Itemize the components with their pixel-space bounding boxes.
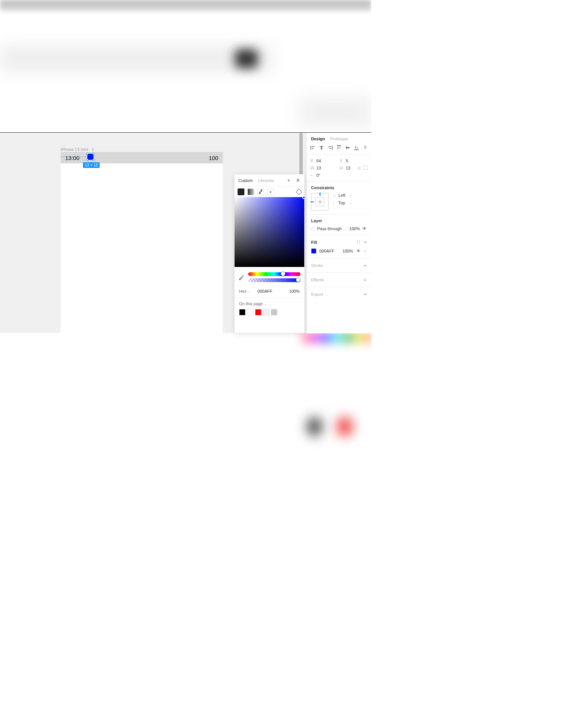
color-model-select[interactable]: Hex xyxy=(239,289,247,293)
y-input[interactable]: 5 xyxy=(346,158,368,163)
alpha-slider[interactable] xyxy=(248,278,300,282)
tab-prototype[interactable]: Prototype xyxy=(330,136,348,141)
export-title: Export xyxy=(311,292,323,297)
constraint-h-select[interactable]: ↔Left xyxy=(332,193,352,198)
h-input[interactable]: 13 xyxy=(346,166,356,170)
transform-section: X64 Y5 W13 H13⊙⛶ ⌐0° xyxy=(307,155,371,182)
fill-type-strip: ▞ ▸ xyxy=(235,187,304,197)
dimensions-badge: 13 × 13 xyxy=(83,162,100,168)
fill-opacity-input[interactable]: 100% xyxy=(343,249,353,253)
add-stroke-icon[interactable]: + xyxy=(363,262,367,268)
add-fill-icon[interactable]: + xyxy=(364,239,367,245)
picker-tab-libraries[interactable]: Libraries xyxy=(258,178,274,183)
layer-section: Layer ◌ Pass through 100% 👁 xyxy=(307,215,371,235)
status-battery: 100 xyxy=(209,155,218,161)
picker-header: Custom Libraries + ✕ xyxy=(235,174,304,187)
fill-title: Fill xyxy=(311,240,317,245)
w-input[interactable]: 13 xyxy=(316,166,338,170)
status-time: 13:00 xyxy=(65,155,80,161)
slider-row xyxy=(235,267,304,287)
swatch[interactable] xyxy=(263,309,269,315)
w-label: W xyxy=(310,166,314,170)
blend-mode-icon[interactable] xyxy=(296,188,302,195)
resize-handle-ne[interactable] xyxy=(92,153,94,155)
resize-handle-se[interactable] xyxy=(92,159,94,161)
align-bottom-icon[interactable] xyxy=(354,145,359,151)
stroke-section: Stroke+ xyxy=(307,258,371,273)
wh-mode-icon[interactable]: ⊙ xyxy=(358,166,361,170)
close-icon[interactable]: ✕ xyxy=(295,177,300,183)
inspector-panel: Design Prototype ⠿ X64 Y5 W13 H13⊙⛶ ⌐0° … xyxy=(306,133,371,333)
effects-section: Effects+ xyxy=(307,273,371,287)
pin-top[interactable] xyxy=(319,193,321,196)
on-this-page-section: On this page xyxy=(235,297,304,319)
fill-image-button[interactable]: ▞ xyxy=(257,188,264,195)
saturation-value-box[interactable] xyxy=(235,197,304,267)
more-align-icon[interactable]: ⠿ xyxy=(363,145,368,151)
chevron-down-icon[interactable]: ⌄ xyxy=(248,290,251,293)
layer-title: Layer xyxy=(311,218,367,223)
swatch-row xyxy=(239,309,300,315)
sv-thumb[interactable] xyxy=(302,196,305,199)
rotation-input[interactable]: 0° xyxy=(316,173,338,177)
fill-swatch[interactable] xyxy=(311,248,316,254)
add-style-icon[interactable]: + xyxy=(286,177,291,183)
figma-app: iPhone 13 mini · 1 13:00 100 13 × 13 Cus… xyxy=(0,132,371,333)
x-label: X xyxy=(310,158,314,163)
fill-section: Fill∷+ 000AFF 100% 👁 − xyxy=(307,235,371,258)
fill-solid-button[interactable] xyxy=(238,188,244,195)
effects-title: Effects xyxy=(311,278,324,282)
align-left-icon[interactable] xyxy=(310,145,315,151)
swatch[interactable] xyxy=(255,309,261,315)
fill-gradient-button[interactable] xyxy=(247,188,254,195)
inspector-tabs: Design Prototype xyxy=(307,133,371,144)
picker-tab-custom[interactable]: Custom xyxy=(238,178,253,183)
constraints-widget[interactable] xyxy=(311,193,329,210)
swatch[interactable] xyxy=(247,309,253,315)
x-input[interactable]: 64 xyxy=(316,158,338,163)
h-label: H xyxy=(340,166,344,170)
visibility-icon[interactable]: 👁 xyxy=(362,226,367,231)
fill-video-button[interactable]: ▸ xyxy=(267,188,274,195)
align-hcenter-icon[interactable] xyxy=(319,145,324,151)
hex-input[interactable]: 000AFF xyxy=(258,289,289,293)
frame-iphone13mini[interactable]: 13:00 100 xyxy=(61,152,223,333)
hex-row: Hex ⌄ 000AFF 100% xyxy=(235,287,304,297)
frame-label[interactable]: iPhone 13 mini · 1 xyxy=(61,147,94,152)
fill-visibility-icon[interactable]: 👁 xyxy=(356,248,361,254)
align-top-icon[interactable] xyxy=(336,145,341,151)
pin-left[interactable] xyxy=(311,201,314,202)
on-this-page-toggle[interactable]: On this page xyxy=(239,301,300,306)
eyedropper-icon[interactable] xyxy=(238,274,244,280)
align-right-icon[interactable] xyxy=(328,145,333,151)
hue-thumb[interactable] xyxy=(281,271,285,276)
alpha-thumb[interactable] xyxy=(296,278,300,282)
status-bar: 13:00 100 xyxy=(61,152,223,163)
opacity-input[interactable]: 100% xyxy=(289,289,300,293)
y-label: Y xyxy=(340,158,344,163)
constrain-ratio-icon[interactable]: ⛶ xyxy=(363,165,368,171)
selection-guide xyxy=(61,157,87,157)
color-picker-popover: Custom Libraries + ✕ ▞ ▸ Hex ⌄ xyxy=(234,174,305,333)
swatch[interactable] xyxy=(271,309,277,315)
tab-design[interactable]: Design xyxy=(311,136,325,141)
fill-hex-input[interactable]: 000AFF xyxy=(319,249,340,253)
constraint-v-select[interactable]: ↕Top xyxy=(332,201,352,205)
constraints-title: Constraints xyxy=(311,185,367,190)
resize-handle-sw[interactable] xyxy=(86,159,88,161)
stroke-title: Stroke xyxy=(311,263,323,268)
constraints-section: Constraints ↔Left ↕Top xyxy=(307,182,371,215)
swatch[interactable] xyxy=(239,309,246,315)
hue-slider[interactable] xyxy=(248,272,300,276)
remove-fill-icon[interactable]: − xyxy=(364,248,367,254)
blend-mode-select[interactable]: Pass through xyxy=(317,226,347,231)
export-section: Export+ xyxy=(307,287,371,301)
add-effect-icon[interactable]: + xyxy=(363,276,367,283)
add-export-icon[interactable]: + xyxy=(363,291,367,297)
resize-handle-nw[interactable] xyxy=(86,153,88,155)
align-row: ⠿ xyxy=(307,144,371,155)
layer-opacity-input[interactable]: 100% xyxy=(349,226,360,231)
fill-styles-icon[interactable]: ∷ xyxy=(357,239,360,245)
align-vcenter-icon[interactable] xyxy=(345,145,350,151)
rotation-label: ⌐ xyxy=(310,173,314,177)
